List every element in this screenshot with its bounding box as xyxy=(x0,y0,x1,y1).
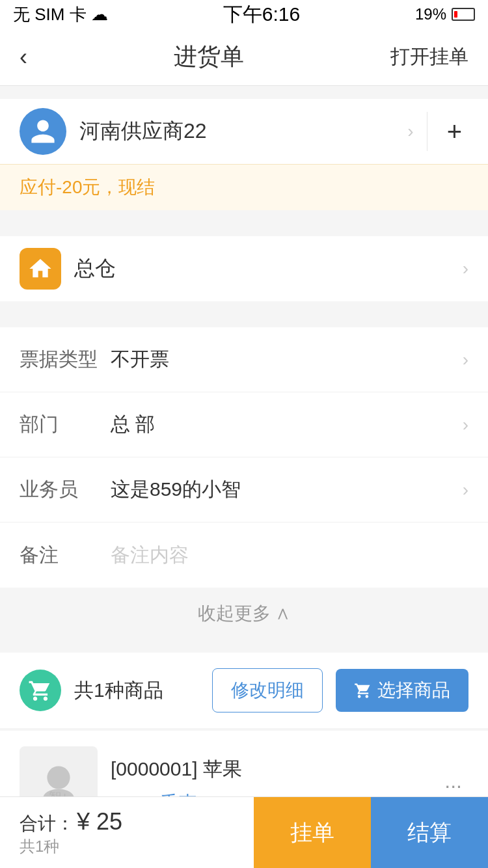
total-amount: ¥ 25 xyxy=(77,808,122,835)
warehouse-section[interactable]: 总仓 › xyxy=(0,236,488,301)
nav-bar: ‹ 进货单 打开挂单 xyxy=(0,29,488,86)
product-code: [0000001] xyxy=(111,758,203,780)
dept-value: 总 部 xyxy=(111,411,463,438)
total-section: 合计： ¥ 25 共1种 xyxy=(0,797,254,868)
svg-point-0 xyxy=(47,766,70,789)
dept-chevron-icon: › xyxy=(463,414,468,435)
product-header: 共1种商品 修改明细 选择商品 xyxy=(0,653,488,728)
supplier-name: 河南供应商22 xyxy=(79,117,407,146)
invoice-row[interactable]: 票据类型 不开票 › xyxy=(0,327,488,392)
supplier-avatar xyxy=(20,108,66,155)
page-title: 进货单 xyxy=(174,41,244,73)
person-icon xyxy=(29,117,57,146)
back-button[interactable]: ‹ xyxy=(20,44,27,71)
warehouse-icon xyxy=(27,256,53,282)
sim-status: 无 SIM 卡 ☁ xyxy=(13,3,108,26)
invoice-label: 票据类型 xyxy=(20,346,111,373)
battery-icon xyxy=(452,8,475,21)
supplier-section: 河南供应商22 › + xyxy=(0,99,488,164)
salesperson-label: 业务员 xyxy=(20,476,111,503)
collapse-label: 收起更多 ∧ xyxy=(198,601,291,626)
product-count-icon xyxy=(20,670,61,711)
remark-placeholder: 备注内容 xyxy=(111,542,468,569)
status-left: 无 SIM 卡 ☁ xyxy=(13,3,108,26)
hang-button[interactable]: 挂单 xyxy=(254,797,371,868)
collapse-bar[interactable]: 收起更多 ∧ xyxy=(0,588,488,640)
product-count-label: 共1种商品 xyxy=(74,677,199,704)
dept-label: 部门 xyxy=(20,411,111,438)
supplier-main[interactable]: 河南供应商22 › xyxy=(20,99,414,164)
select-product-label: 选择商品 xyxy=(377,678,450,703)
select-product-icon xyxy=(354,681,372,699)
select-product-button[interactable]: 选择商品 xyxy=(336,669,468,712)
total-count: 共1种 xyxy=(20,836,234,857)
supplier-divider xyxy=(427,112,427,151)
status-bar: 无 SIM 卡 ☁ 下午6:16 19% xyxy=(0,0,488,29)
invoice-chevron-icon: › xyxy=(463,349,468,370)
remark-label: 备注 xyxy=(20,542,111,569)
edit-detail-button[interactable]: 修改明细 xyxy=(212,668,323,712)
form-section: 票据类型 不开票 › 部门 总 部 › 业务员 这是859的小智 › 备注 备注… xyxy=(0,327,488,588)
supplier-chevron-icon: › xyxy=(407,121,413,142)
status-right: 19% xyxy=(415,5,475,23)
bag-icon xyxy=(28,678,53,703)
salesperson-chevron-icon: › xyxy=(463,480,468,500)
form-divider xyxy=(0,301,488,314)
invoice-value: 不开票 xyxy=(111,346,463,373)
remark-row[interactable]: 备注 备注内容 xyxy=(0,522,488,588)
notice-text: 应付-20元，现结 xyxy=(20,177,155,197)
product-title: 苹果 xyxy=(203,758,242,780)
top-divider xyxy=(0,86,488,99)
open-hang-button[interactable]: 打开挂单 xyxy=(390,44,468,70)
add-supplier-button[interactable]: + xyxy=(441,111,468,153)
warehouse-chevron-icon: › xyxy=(463,258,468,279)
total-label: 合计： xyxy=(20,811,74,836)
warehouse-name: 总仓 xyxy=(74,254,463,283)
warehouse-icon-container xyxy=(20,248,61,290)
product-name: [0000001] 苹果 xyxy=(111,756,425,783)
mid-divider xyxy=(0,210,488,223)
notice-bar: 应付-20元，现结 xyxy=(0,164,488,210)
settle-button[interactable]: 结算 xyxy=(371,797,488,868)
salesperson-value: 这是859的小智 xyxy=(111,476,463,503)
dept-row[interactable]: 部门 总 部 › xyxy=(0,392,488,457)
battery-text: 19% xyxy=(415,5,446,23)
status-time: 下午6:16 xyxy=(223,1,300,28)
salesperson-row[interactable]: 业务员 这是859的小智 › xyxy=(0,457,488,522)
bottom-bar: 合计： ¥ 25 共1种 挂单 结算 xyxy=(0,796,488,868)
